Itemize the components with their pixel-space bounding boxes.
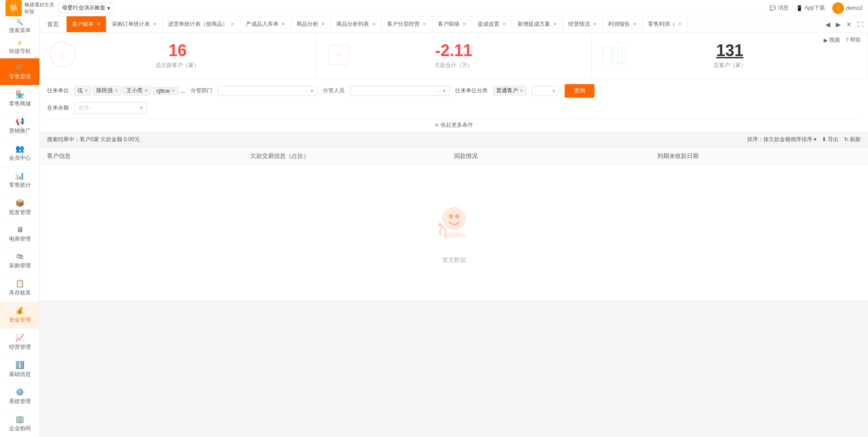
quick-nav-button[interactable]: ⚡ 快捷导航 [0, 37, 39, 58]
unit-label: 往来单位 [47, 87, 69, 95]
sidebar-item-ecommerce[interactable]: 🖥 电商管理 [0, 221, 39, 248]
close-tag-cj[interactable]: ✕ [171, 88, 175, 94]
result-summary: 搜索结果中：客户0家 欠款金额 0.00元 [47, 136, 140, 143]
sidebar-item-member[interactable]: 👥 会员中心 [0, 140, 39, 167]
help-button[interactable]: ? 帮助 [845, 36, 861, 44]
close-tab-purchase-order[interactable]: ✕ [153, 21, 157, 27]
result-bar: 搜索结果中：客户0家 欠款金额 0.00元 排序：按欠款金额倒序排序 ▾ ⬇ 导… [40, 132, 868, 147]
result-bar-right: 排序：按欠款金额倒序排序 ▾ ⬇ 导出 ↻ 刷新 [747, 136, 861, 143]
filter-toggle-row: ∧ 收起更多条件 [47, 118, 861, 132]
right-panel: 首页 客户账本 ✕ 采购订单统计表 ✕ 进货单统计表（按商品） ✕ 产成品入库单… [40, 16, 868, 437]
category-select[interactable]: ▾ [532, 86, 559, 96]
filter-tags-more[interactable]: ... [180, 87, 185, 94]
sidebar-item-purchase[interactable]: 🛍 采购管理 [0, 248, 39, 275]
tab-fullscreen-button[interactable]: ⛶ [855, 20, 865, 29]
inventory-icon: 📋 [15, 279, 24, 288]
all-customers-label: 总客户（家） [714, 62, 746, 69]
app-download-button[interactable]: 📱 App下载 [796, 4, 825, 12]
mall-icon: 🏪 [15, 90, 24, 99]
sidebar-item-system[interactable]: ⚙️ 系统管理 [0, 383, 39, 410]
filter-area: 往来单位 伍 ✕ 陈民强 ✕ 王小亮 ✕ [40, 79, 868, 132]
close-tab-raise-settings[interactable]: ✕ [502, 21, 506, 27]
close-tab-operation-status[interactable]: ✕ [593, 21, 597, 27]
org-selector[interactable]: 母婴行业演示账套 ▾ [58, 3, 114, 13]
tab-profit-report[interactable]: 利润报告 ✕ [603, 16, 643, 33]
tab-customer-book[interactable]: 客户账本 ✕ [67, 16, 106, 33]
sidebar-item-retail-stats[interactable]: 📊 零售统计 [0, 167, 39, 194]
sidebar-item-basic-info[interactable]: ℹ️ 基础信息 [0, 356, 39, 383]
system-icon: ⚙️ [15, 388, 24, 396]
close-tab-profit-report[interactable]: ✕ [633, 21, 637, 27]
close-tab-customer-contact[interactable]: ✕ [462, 21, 466, 27]
person-label: 分管人员 [323, 87, 345, 95]
collapse-filter-button[interactable]: ∧ 收起更多条件 [435, 121, 473, 129]
col-debt-info: 欠款交易信息（占比） [250, 152, 454, 160]
filter-tag-wu: 伍 ✕ [74, 86, 91, 95]
tab-prev-button[interactable]: ◀ [824, 20, 832, 29]
sidebar-search-button[interactable]: 🔍 搜索菜单 [0, 16, 39, 37]
close-tab-goods-analysis[interactable]: ✕ [321, 21, 325, 27]
remainder-label: 在来余额 [47, 104, 69, 112]
tab-home[interactable]: 首页 [40, 16, 67, 33]
tab-new-plan[interactable]: 新增提成方案 ✕ [512, 16, 563, 33]
tab-purchase-order[interactable]: 采购订单统计表 ✕ [106, 16, 163, 33]
sort-select[interactable]: 排序：按欠款金额倒序排序 ▾ [747, 136, 816, 143]
sidebar-item-retail-mgmt[interactable]: 🛒 零售管理 [0, 58, 39, 86]
tab-retail-profit[interactable]: 零售利润（ ✕ [643, 16, 688, 33]
stat-total-customers: ¥ 16 总欠款客户（家） [40, 33, 316, 78]
stats-icon: 📊 [15, 171, 24, 180]
help-icon: ? [845, 37, 849, 43]
close-tab-retail-profit[interactable]: ✕ [678, 21, 682, 27]
user-menu[interactable]: d demo2 [832, 2, 863, 14]
enterprise-icon: 🏢 [15, 415, 24, 423]
ecommerce-icon: 🖥 [16, 226, 24, 234]
sidebar-item-capital[interactable]: 💰 资金管理 [0, 302, 39, 329]
tab-more-button[interactable]: ✕ [844, 20, 854, 29]
message-button[interactable]: 💬 消息 [769, 4, 789, 12]
dept-select[interactable]: ··· ▾ [218, 86, 317, 96]
tab-raise-settings[interactable]: 提成设置 ✕ [472, 16, 512, 33]
person-select[interactable]: ··· ▾ [350, 86, 450, 96]
sidebar-item-batch-mgmt[interactable]: 📦 批发管理 [0, 194, 39, 221]
sidebar-item-marketing[interactable]: 📢 营销推广 [0, 113, 39, 140]
sidebar-item-enterprise[interactable]: 🏢 企业协同 [0, 410, 39, 437]
export-button[interactable]: ⬇ 导出 [822, 136, 839, 143]
tab-goods-stats[interactable]: 进货单统计表（按商品） ✕ [163, 16, 240, 33]
empty-icon [434, 201, 475, 251]
close-tab-new-plan[interactable]: ✕ [553, 21, 557, 27]
dept-arrow-icon: ▾ [311, 88, 313, 94]
close-tab-goods-analysis-list[interactable]: ✕ [372, 21, 376, 27]
close-tag-wu[interactable]: ✕ [84, 88, 88, 94]
svg-point-8 [442, 207, 466, 230]
query-button[interactable]: 查询 [565, 84, 595, 98]
tab-customer-contact[interactable]: 客户联络 ✕ [432, 16, 472, 33]
tab-goods-analysis-list[interactable]: 商品分析列表 ✕ [331, 16, 382, 33]
close-tag-wang[interactable]: ✕ [144, 88, 148, 94]
close-tab-goods-stats[interactable]: ✕ [230, 21, 235, 27]
video-button[interactable]: ▶ 视频 [824, 36, 840, 44]
empty-text: 暂无数据 [442, 256, 466, 264]
close-tab-customer-tier[interactable]: ✕ [422, 21, 427, 27]
main-layout: 🔍 搜索菜单 ⚡ 快捷导航 🛒 零售管理 🏪 零售商城 📢 营销推广 👥 会员中… [0, 16, 868, 437]
sidebar: 🔍 搜索菜单 ⚡ 快捷导航 🛒 零售管理 🏪 零售商城 📢 营销推广 👥 会员中… [0, 16, 40, 437]
tab-goods-analysis[interactable]: 商品分析 ✕ [291, 16, 331, 33]
nav-icon: ⚡ [16, 40, 23, 46]
remainder-select[interactable]: 选择... ▾ [74, 102, 147, 114]
refresh-button[interactable]: ↻ 刷新 [844, 136, 861, 143]
sidebar-item-inventory[interactable]: 📋 库存核算 [0, 275, 39, 302]
tab-customer-tier[interactable]: 客户分层经营 ✕ [382, 16, 432, 33]
sidebar-item-retail-mall[interactable]: 🏪 零售商城 [0, 86, 39, 113]
top-bar-left: 畅 畅捷通好生意 标版 母婴行业演示账套 ▾ [5, 0, 114, 16]
tab-next-button[interactable]: ▶ [834, 20, 843, 29]
tab-operation-status[interactable]: 经营情况 ✕ [563, 16, 603, 33]
close-tab-cost-in[interactable]: ✕ [281, 21, 285, 27]
tab-cost-in[interactable]: 产成品入库单 ✕ [240, 16, 291, 33]
video-icon: ▶ [824, 37, 828, 43]
close-tab-customer-book[interactable]: ✕ [96, 21, 101, 27]
filter-tags-category: 普通客户 ✕ [493, 86, 527, 95]
close-tag-normal-customer[interactable]: ✕ [519, 88, 523, 94]
sidebar-item-operation[interactable]: 📈 经营管理 [0, 329, 39, 356]
filter-row-1: 往来单位 伍 ✕ 陈民强 ✕ 王小亮 ✕ [47, 84, 861, 98]
close-tag-chen[interactable]: ✕ [114, 88, 118, 94]
nav-tabs: 首页 客户账本 ✕ 采购订单统计表 ✕ 进货单统计表（按商品） ✕ 产成品入库单… [40, 16, 868, 33]
